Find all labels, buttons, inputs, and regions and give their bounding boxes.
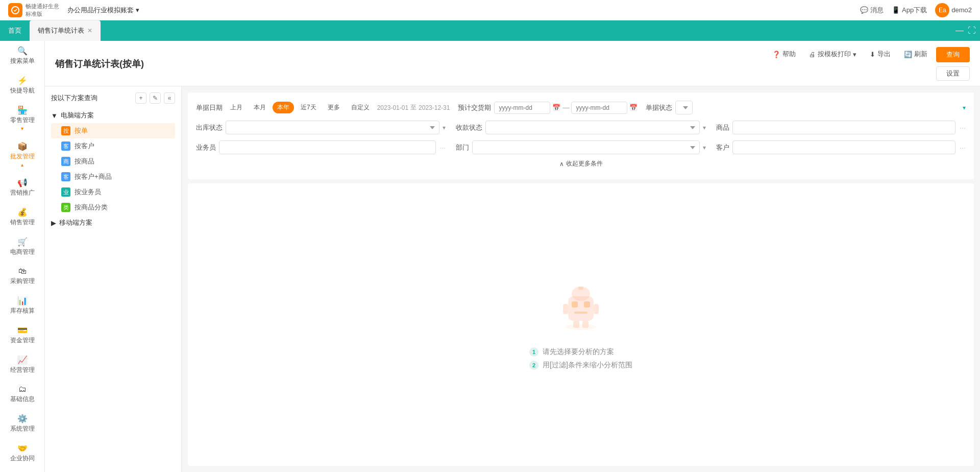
purchase-icon: 🛍 <box>18 267 27 276</box>
print-button[interactable]: 🖨 按模板打印 ▾ <box>804 47 861 61</box>
sidebar-item-purchase[interactable]: 🛍 采购管理 <box>0 262 44 291</box>
calendar-end-icon[interactable]: 📅 <box>629 104 638 111</box>
print-chevron-icon: ▾ <box>853 51 856 58</box>
download-icon: 📱 <box>892 6 900 14</box>
payment-chevron-icon[interactable]: ▾ <box>703 124 706 131</box>
app-download-button[interactable]: 📱 App下载 <box>892 6 927 15</box>
collapse-panel-button[interactable]: « <box>164 92 175 104</box>
expected-date-label: 预计交货期 <box>458 103 491 112</box>
search-icon: 🔍 <box>17 46 28 56</box>
main-layout: 🔍 搜索菜单 ⚡ 快捷导航 🏪 零售管理 ▾ 📦 批发管理 ▴ 📢 营销推广 💰… <box>0 41 980 472</box>
date-btn-last-month[interactable]: 上月 <box>226 102 247 113</box>
date-filter-group: 单据日期 上月 本月 本年 近7天 更多 自定义 2023-01-01 <box>196 102 450 113</box>
user-menu-button[interactable]: Ea demo2 <box>935 3 972 17</box>
scheme-item-by-customer[interactable]: 客 按客户 <box>51 138 175 154</box>
tab-bar: 首页 销售订单统计表 ✕ — ⛶ <box>0 20 980 41</box>
sidebar-item-cooperation[interactable]: 🤝 企业协同 <box>0 438 44 468</box>
scheme-section-pc: ▼ 电脑端方案 按 按单 客 按客户 商 按商品 <box>45 108 181 215</box>
edit-scheme-button[interactable]: ✎ <box>150 92 161 104</box>
sales-icon: 💰 <box>17 207 28 217</box>
sidebar-item-inventory[interactable]: 📊 库存核算 <box>0 291 44 320</box>
logo-icon <box>8 3 22 17</box>
status-expand-icon[interactable]: ▾ <box>963 104 966 111</box>
sidebar-item-search[interactable]: 🔍 搜索菜单 <box>0 41 44 70</box>
message-button[interactable]: 💬 消息 <box>860 6 884 15</box>
filter-row-3: 业务员 ··· 部门 <box>196 140 966 154</box>
delivery-chevron-icon[interactable]: ▾ <box>443 124 446 131</box>
tab-home[interactable]: 首页 <box>0 20 30 41</box>
mobile-section-header[interactable]: ▶ 移动端方案 <box>51 215 175 230</box>
department-select[interactable] <box>472 140 699 154</box>
query-button[interactable]: 查询 <box>936 47 970 62</box>
content-area: 销售订单统计表(按单) ❓ 帮助 🖨 按模板打印 ▾ ⬇ <box>45 41 980 472</box>
pc-section-header[interactable]: ▼ 电脑端方案 <box>51 108 175 123</box>
left-panel-title: 按以下方案查询 <box>51 93 97 103</box>
minimize-icon[interactable]: — <box>955 26 964 35</box>
help-button[interactable]: ❓ 帮助 <box>768 47 800 61</box>
sidebar-item-operations[interactable]: 📈 经营管理 <box>0 350 44 380</box>
salesman-label: 业务员 <box>196 143 216 152</box>
refresh-button[interactable]: 🔄 刷新 <box>899 47 932 61</box>
add-scheme-button[interactable]: + <box>135 92 146 104</box>
date-btn-more[interactable]: 更多 <box>323 102 345 113</box>
payment-status-select[interactable] <box>485 121 699 134</box>
single-status-label: 单据状态 <box>646 103 672 112</box>
inventory-icon: 📊 <box>17 296 28 305</box>
sidebar-item-wholesale[interactable]: 📦 批发管理 ▴ <box>0 136 44 173</box>
cooperation-icon: 🤝 <box>17 443 28 453</box>
maximize-icon[interactable]: ⛶ <box>968 26 976 35</box>
tab-sales-stats[interactable]: 销售订单统计表 ✕ <box>30 20 101 41</box>
sidebar-item-base[interactable]: 🗂 基础信息 <box>0 380 44 409</box>
goods-more-icon[interactable]: ··· <box>960 124 966 132</box>
date-btn-this-month[interactable]: 本月 <box>249 102 271 113</box>
app-selector[interactable]: 办公用品行业模拟账套 ▾ <box>63 4 143 17</box>
expected-date-inputs: 📅 — 📅 <box>494 102 638 114</box>
tab-close-icon[interactable]: ✕ <box>87 27 92 34</box>
chevron-up-icon: ▴ <box>21 162 23 168</box>
expected-date-end-input[interactable] <box>571 102 627 114</box>
sidebar-item-marketing[interactable]: 📢 营销推广 <box>0 173 44 202</box>
mobile-section-arrow: ▶ <box>51 219 56 227</box>
department-label: 部门 <box>456 143 469 152</box>
department-chevron-icon[interactable]: ▾ <box>703 144 706 151</box>
date-btn-custom[interactable]: 自定义 <box>347 102 374 113</box>
scheme-item-by-salesman[interactable]: 业 按业务员 <box>51 184 175 200</box>
goods-input[interactable] <box>732 121 956 134</box>
sidebar-item-system[interactable]: ⚙️ 系统管理 <box>0 409 44 438</box>
scheme-item-by-goods[interactable]: 商 按商品 <box>51 154 175 169</box>
retail-icon: 🏪 <box>17 105 28 115</box>
date-btn-7days[interactable]: 近7天 <box>296 102 321 113</box>
sidebar: 🔍 搜索菜单 ⚡ 快捷导航 🏪 零售管理 ▾ 📦 批发管理 ▴ 📢 营销推广 💰… <box>0 41 45 472</box>
sidebar-item-sales[interactable]: 💰 销售管理 <box>0 202 44 232</box>
customer-more-icon[interactable]: ··· <box>960 144 966 152</box>
empty-steps: 1 请先选择要分析的方案 2 用[过滤]条件来缩小分析范围 <box>529 347 632 374</box>
date-btn-this-year[interactable]: 本年 <box>273 102 294 113</box>
sidebar-item-finance[interactable]: 💳 资金管理 <box>0 320 44 350</box>
calendar-start-icon[interactable]: 📅 <box>552 104 560 111</box>
sidebar-item-ecommerce[interactable]: 🛒 电商管理 <box>0 232 44 262</box>
single-status-select[interactable] <box>675 101 693 114</box>
page-title-row: 销售订单统计表(按单) ❓ 帮助 🖨 按模板打印 ▾ ⬇ <box>55 47 970 86</box>
customer-input[interactable] <box>732 140 956 154</box>
settings-button[interactable]: 设置 <box>936 66 970 81</box>
message-icon: 💬 <box>860 6 868 14</box>
scheme-item-by-customer-goods[interactable]: 客 按客户+商品 <box>51 169 175 184</box>
sidebar-item-retail[interactable]: 🏪 零售管理 ▾ <box>0 100 44 136</box>
scheme-item-by-order[interactable]: 按 按单 <box>51 123 175 138</box>
svg-point-1 <box>566 324 596 330</box>
tab-bar-actions: — ⛶ <box>955 26 980 35</box>
export-button[interactable]: ⬇ 导出 <box>865 47 895 61</box>
scheme-icon-customer-goods: 客 <box>61 172 70 181</box>
scheme-item-by-category[interactable]: 类 按商品分类 <box>51 200 175 215</box>
scheme-icon-goods: 商 <box>61 157 70 166</box>
chevron-icon: ▾ <box>21 126 23 131</box>
expected-date-start-input[interactable] <box>494 102 550 114</box>
sidebar-item-quicknav[interactable]: ⚡ 快捷导航 <box>0 70 44 100</box>
delivery-status-select[interactable] <box>226 121 439 134</box>
collapse-button[interactable]: ∧ 收起更多条件 <box>196 156 966 171</box>
page-actions: ❓ 帮助 🖨 按模板打印 ▾ ⬇ 导出 🔄 <box>768 47 970 81</box>
salesman-more-icon[interactable]: ··· <box>440 144 446 152</box>
salesman-input[interactable] <box>219 140 436 154</box>
delivery-status-label: 出库状态 <box>196 123 223 132</box>
sidebar-item-guide[interactable]: 🧭 新手引导 <box>0 468 44 472</box>
